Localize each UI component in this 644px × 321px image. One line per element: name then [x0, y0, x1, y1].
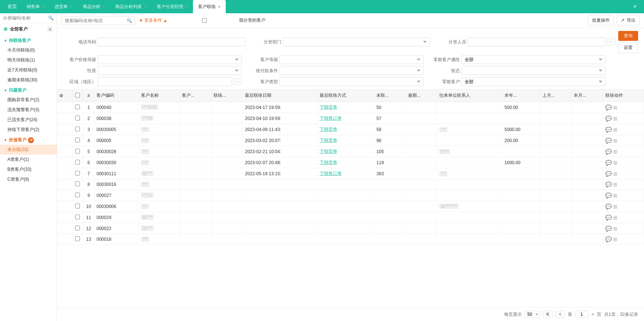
price-level-select[interactable] [98, 55, 242, 64]
next-page-button[interactable]: > [591, 312, 594, 317]
name-col-header[interactable]: 客户名称 [139, 89, 180, 102]
page-input[interactable] [575, 311, 588, 318]
close-customer-contact-tab[interactable]: × [218, 4, 220, 9]
first-page-button[interactable]: K [543, 311, 553, 318]
row-action-2[interactable]: 💬 ⊞ [603, 124, 644, 135]
close-purchase-tab[interactable]: × [70, 4, 72, 9]
row-checkbox-11[interactable] [73, 223, 83, 234]
row-checkbox-input-2[interactable] [75, 127, 80, 131]
grid-action-icon-1[interactable]: ⊞ [613, 116, 617, 121]
tab-customer-contact[interactable]: 客户联络 × [193, 0, 225, 13]
retail-customer-select[interactable]: 全部 [461, 77, 606, 86]
row-action-5[interactable]: 💬 ⊞ [603, 157, 644, 168]
sidebar-search-input[interactable] [3, 15, 48, 21]
search-input[interactable] [61, 16, 135, 25]
person-ellipsis-button[interactable]: ··· [607, 39, 615, 45]
row-checkbox-input-4[interactable] [75, 149, 80, 154]
checkbox-col-header[interactable] [73, 89, 83, 102]
row-action-8[interactable]: 💬 ⊞ [603, 190, 644, 201]
grid-action-icon-4[interactable]: ⊞ [613, 149, 617, 155]
my-customers-checkbox-area[interactable]: 我分管的客户 [171, 17, 265, 24]
close-window-button[interactable]: × [629, 3, 641, 10]
row-action-4[interactable]: 💬 ⊞ [603, 146, 644, 157]
dept-select[interactable] [283, 38, 430, 46]
my-customers-checkbox[interactable] [171, 18, 237, 23]
message-icon-12[interactable]: 💬 [605, 236, 612, 242]
row-checkbox-1[interactable] [73, 113, 83, 124]
sidebar-section-value[interactable]: ▼ 价值客户 ↺ [0, 135, 57, 145]
grid-action-icon-3[interactable]: ⊞ [613, 138, 617, 144]
row-last-method-11[interactable] [317, 223, 374, 234]
grid-action-icon-7[interactable]: ⊞ [613, 181, 617, 187]
unit-contact-col-header[interactable]: 往来单位联系人 [437, 89, 502, 102]
message-icon-6[interactable]: 💬 [605, 171, 612, 177]
row-last-method-9[interactable] [317, 201, 374, 212]
row-last-method-2[interactable]: 下销货单 [317, 124, 374, 135]
row-checkbox-6[interactable] [73, 168, 83, 179]
per-page-select[interactable]: 50 [525, 311, 540, 318]
sidebar-item-class-c[interactable]: C类客户(6) [0, 174, 57, 184]
grid-action-icon-2[interactable]: ⊞ [613, 127, 617, 133]
row-last-method-1[interactable]: 下销售订单 [317, 113, 374, 124]
close-sales-tab[interactable]: × [42, 4, 44, 9]
row-last-method-0[interactable]: 下销货单 [317, 102, 374, 113]
row-checkbox-8[interactable] [73, 190, 83, 201]
query-button[interactable]: 查询 [618, 31, 638, 41]
row-last-method-10[interactable] [317, 212, 374, 223]
grid-action-icon-5[interactable]: ⊞ [613, 160, 617, 166]
tab-sales[interactable]: 销售单 × [21, 0, 49, 13]
prev-page-button[interactable]: < [556, 311, 565, 318]
row-action-9[interactable]: 💬 ⊞ [603, 201, 644, 212]
refresh-icon[interactable]: ↺ [28, 137, 34, 143]
close-goods-analysis-tab[interactable]: × [103, 4, 105, 9]
row-checkbox-input-10[interactable] [75, 215, 80, 219]
last-contact-method-col-header[interactable]: 最后联络方式 [317, 89, 374, 102]
row-last-method-3[interactable]: 下销货单 [317, 135, 374, 146]
row-checkbox-input-5[interactable] [75, 160, 80, 165]
message-icon-2[interactable]: 💬 [605, 127, 612, 133]
sidebar-item-today-pending[interactable]: 今天待联络(0) [0, 45, 57, 55]
tab-goods-analysis[interactable]: 商品分析 × [78, 0, 110, 13]
tab-customer-layer[interactable]: 客户分层经营 × [152, 0, 193, 13]
person-input[interactable] [468, 38, 605, 46]
row-last-method-7[interactable] [317, 179, 374, 190]
this-month-col-header[interactable]: 本月... [571, 89, 603, 102]
sidebar-all-customers[interactable]: ⊞ 全部客户 « [0, 23, 57, 35]
row-action-10[interactable]: 💬 ⊞ [603, 212, 644, 223]
message-icon-10[interactable]: 💬 [605, 215, 612, 221]
reset-button[interactable]: 设置 [618, 42, 638, 53]
row-last-method-4[interactable]: 下销货单 [317, 146, 374, 157]
message-icon-5[interactable]: 💬 [605, 160, 612, 166]
row-action-0[interactable]: 💬 ⊞ [603, 102, 644, 113]
row-checkbox-0[interactable] [73, 102, 83, 113]
row-checkbox-3[interactable] [73, 135, 83, 146]
grid-action-icon-10[interactable]: ⊞ [613, 215, 617, 221]
customer-level-select[interactable] [279, 55, 424, 64]
phone-input[interactable] [98, 38, 245, 46]
contact-col-header[interactable]: 联络... [211, 89, 243, 102]
last-month-col-header[interactable]: 上月... [540, 89, 571, 102]
grid-action-icon-6[interactable]: ⊞ [613, 171, 617, 177]
grid-action-icon-8[interactable]: ⊞ [613, 193, 617, 198]
this-year-col-header[interactable]: 本年... [502, 89, 540, 102]
row-action-12[interactable]: 💬 ⊞ [603, 234, 644, 245]
row-checkbox-input-12[interactable] [75, 236, 80, 241]
message-icon-9[interactable]: 💬 [605, 204, 612, 209]
more-conditions-button[interactable]: ▼ 更多条件 ▲ [139, 17, 168, 24]
grid-action-icon-9[interactable]: ⊞ [613, 204, 617, 209]
message-icon-11[interactable]: 💬 [605, 226, 612, 232]
row-last-method-8[interactable] [317, 190, 374, 201]
sidebar-item-churn-warning[interactable]: 流失预警客户(3) [0, 105, 57, 115]
select-all-checkbox[interactable] [75, 93, 80, 98]
last-contact-date-col-header[interactable]: 最后联络日期 [243, 89, 317, 102]
close-goods-list-tab[interactable]: × [144, 4, 146, 9]
message-icon-1[interactable]: 💬 [605, 116, 612, 121]
row-checkbox-4[interactable] [73, 146, 83, 157]
row-last-method-5[interactable]: 下销货单 [317, 157, 374, 168]
message-icon-8[interactable]: 💬 [605, 193, 612, 198]
row-last-method-12[interactable] [317, 234, 374, 245]
sidebar-section-problem[interactable]: ▼ 问题客户 [0, 85, 57, 95]
sidebar-item-class-a[interactable]: A类客户(1) [0, 155, 57, 165]
close-customer-layer-tab[interactable]: × [186, 4, 188, 9]
export-button[interactable]: ↗ 导出 [617, 15, 640, 25]
